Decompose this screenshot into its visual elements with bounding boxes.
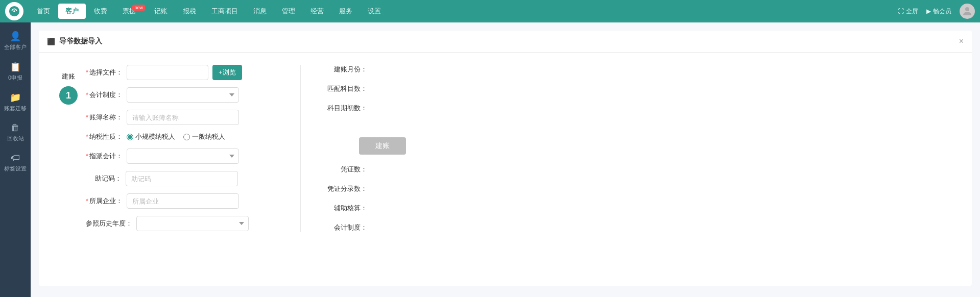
- info-period-label: 科目期初数：: [321, 104, 367, 113]
- new-badge: new: [132, 5, 145, 11]
- accounting-row: *会计制度：: [86, 87, 280, 103]
- nav-right: ⛶ 全屏 ▶ 畅会员: [898, 4, 975, 19]
- svg-point-2: [965, 7, 969, 11]
- memo-row: 助记码：: [86, 171, 280, 186]
- tax-small-input[interactable]: [127, 134, 133, 140]
- company-required: *: [86, 197, 88, 205]
- ledger-required: *: [86, 113, 88, 121]
- sidebar-item-label-migration: 账套迁移: [4, 105, 27, 112]
- history-select[interactable]: [136, 216, 249, 231]
- accounting-select[interactable]: [127, 87, 239, 103]
- step-label: 建账: [62, 67, 75, 81]
- right-info: 建账月份： 匹配科目数： 科目期初数： 建账 凭证: [321, 65, 444, 232]
- info-match-row: 匹配科目数：: [321, 84, 444, 93]
- company-label: *所属企业：: [86, 196, 123, 206]
- ledger-input[interactable]: [127, 110, 239, 125]
- nav-item-fee[interactable]: 收费: [87, 4, 114, 19]
- accountant-label: *指派会计：: [86, 152, 123, 161]
- ledger-row: *账簿名称：: [86, 110, 280, 125]
- main-content: ⬛ 导爷数据导入 × 建账 1 *选择文件：: [31, 22, 980, 297]
- fullscreen-label: 全屏: [906, 7, 918, 16]
- history-label: 参照历史年度：: [86, 219, 132, 228]
- declaration-icon: 📋: [10, 61, 21, 72]
- memo-input[interactable]: [126, 171, 238, 186]
- top-nav: 首页 客户 收费 票据 new 记账 报税 工商项目 消息 管理 经营 服务 设…: [0, 0, 980, 22]
- sidebar-item-label-tags: 标签设置: [4, 165, 27, 172]
- ledger-label: *账簿名称：: [86, 113, 123, 122]
- memo-label: 助记码：: [86, 174, 122, 183]
- form-area: 建账 1 *选择文件： +浏览: [39, 53, 972, 244]
- nav-item-tax[interactable]: 报税: [176, 4, 203, 19]
- nav-item-settings[interactable]: 设置: [361, 4, 388, 19]
- sidebar-item-all-customers[interactable]: 👤 全部客户: [0, 27, 31, 55]
- tags-icon: 🏷: [11, 153, 20, 163]
- nav-item-service[interactable]: 服务: [332, 4, 360, 19]
- nav-item-invoice[interactable]: 票据 new: [115, 4, 146, 19]
- build-account-button[interactable]: 建账: [359, 137, 406, 155]
- sidebar-item-migration[interactable]: 📁 账套迁移: [0, 88, 31, 116]
- panel-header: ⬛ 导爷数据导入 ×: [39, 31, 972, 53]
- member-btn[interactable]: ▶ 畅会员: [926, 7, 951, 16]
- accountant-select[interactable]: [127, 148, 239, 164]
- avatar[interactable]: [960, 4, 975, 19]
- nav-item-manage[interactable]: 管理: [275, 4, 302, 19]
- tax-general-input[interactable]: [183, 134, 190, 140]
- accounting-label: *会计制度：: [86, 90, 123, 100]
- all-customers-icon: 👤: [10, 31, 21, 42]
- tax-required: *: [86, 133, 88, 140]
- tax-radio-group: 小规模纳税人 一般纳税人: [127, 132, 225, 141]
- migration-icon: 📁: [10, 92, 21, 103]
- tax-general-radio[interactable]: 一般纳税人: [183, 132, 225, 141]
- sidebar-item-tags[interactable]: 🏷 标签设置: [0, 148, 31, 177]
- nav-item-operation[interactable]: 经营: [303, 4, 331, 19]
- import-icon: ⬛: [47, 38, 55, 45]
- step-section: 建账 1 *选择文件： +浏览: [59, 65, 280, 232]
- info-aux-label: 辅助核算：: [321, 204, 367, 213]
- import-panel: ⬛ 导爷数据导入 × 建账 1 *选择文件：: [39, 31, 972, 286]
- info-entries-row: 凭证分录数：: [321, 184, 444, 193]
- info-period-row: 科目期初数：: [321, 104, 444, 113]
- panel-title: 导爷数据导入: [59, 37, 102, 46]
- sidebar: 👤 全部客户 📋 0申报 📁 账套迁移 🗑 回收站 🏷 标签设置: [0, 22, 31, 297]
- info-month-row: 建账月份：: [321, 65, 444, 74]
- browse-button[interactable]: +浏览: [212, 65, 242, 80]
- tax-small-radio[interactable]: 小规模纳税人: [127, 132, 175, 141]
- nav-item-home[interactable]: 首页: [30, 4, 57, 19]
- history-row: 参照历史年度：: [86, 216, 280, 231]
- sidebar-item-label-declaration: 0申报: [8, 74, 22, 82]
- accounting-required: *: [86, 91, 88, 98]
- member-label: 畅会员: [933, 7, 951, 16]
- company-row: *所属企业：: [86, 193, 280, 209]
- fullscreen-btn[interactable]: ⛶ 全屏: [898, 7, 918, 16]
- nav-item-bookkeeping[interactable]: 记账: [147, 4, 175, 19]
- tax-label: *纳税性质：: [86, 132, 123, 141]
- logo: [5, 2, 23, 20]
- file-required: *: [86, 68, 88, 76]
- info-aux-row: 辅助核算：: [321, 204, 444, 213]
- accountant-required: *: [86, 152, 88, 160]
- info-entries-label: 凭证分录数：: [321, 184, 367, 193]
- info-match-label: 匹配科目数：: [321, 84, 367, 93]
- close-button[interactable]: ×: [959, 37, 964, 46]
- sidebar-item-label-trash: 回收站: [7, 135, 24, 142]
- form-fields: *选择文件： +浏览 *会计制度：: [86, 65, 280, 231]
- sidebar-item-trash[interactable]: 🗑 回收站: [0, 118, 31, 146]
- tax-row: *纳税性质： 小规模纳税人 一般纳税人: [86, 132, 280, 141]
- nav-items: 首页 客户 收费 票据 new 记账 报税 工商项目 消息 管理 经营 服务 设…: [30, 4, 898, 19]
- nav-item-customer[interactable]: 客户: [58, 4, 86, 19]
- nav-item-business[interactable]: 工商项目: [204, 4, 245, 19]
- accountant-row: *指派会计：: [86, 148, 280, 164]
- layout: 👤 全部客户 📋 0申报 📁 账套迁移 🗑 回收站 🏷 标签设置 ⬛ 导爷数据导…: [0, 22, 980, 297]
- sidebar-item-label-customers: 全部客户: [4, 43, 27, 51]
- file-row: *选择文件： +浏览: [86, 65, 280, 80]
- tax-small-label: 小规模纳税人: [135, 132, 175, 141]
- file-input[interactable]: [127, 65, 208, 80]
- company-input[interactable]: [127, 193, 239, 209]
- sidebar-item-declaration[interactable]: 📋 0申报: [0, 57, 31, 86]
- info-accounting-sys-row: 会计制度：: [321, 223, 444, 232]
- step-badge: 1: [59, 86, 78, 105]
- file-label: *选择文件：: [86, 68, 123, 77]
- info-accounting-sys-label: 会计制度：: [321, 223, 367, 232]
- vertical-divider: [300, 65, 301, 232]
- nav-item-message[interactable]: 消息: [246, 4, 274, 19]
